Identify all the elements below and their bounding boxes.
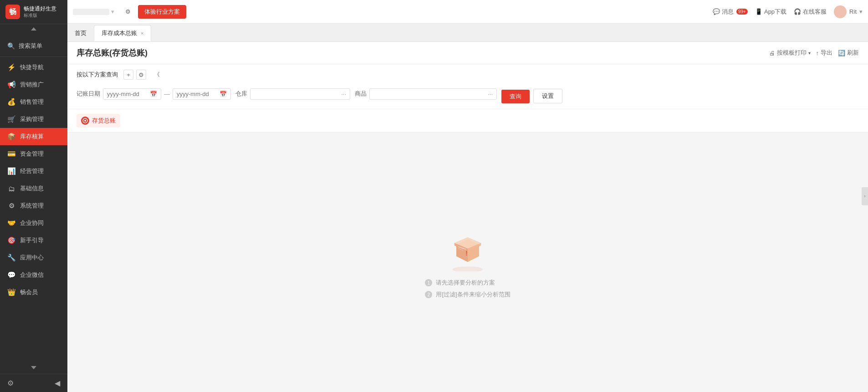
sidebar-logo: 畅 畅捷通好生意 标准版 [0,0,67,24]
product-select[interactable]: ··· [369,88,497,100]
content-wrapper: 库存总账(存货总账) 🖨 按模板打印 ▾ ↑ 导出 🔄 刷新 [67,42,868,392]
app-center-icon: 🔧 [7,254,15,262]
svg-marker-1 [31,366,36,369]
sidebar-item-cooperation[interactable]: 🤝 企业协同 [0,214,67,232]
filter-settings-btn2[interactable]: ⚙ [136,70,146,80]
message-badge: 99+ [736,9,748,15]
basic-icon: 🗂 [7,185,15,193]
app-download-btn[interactable]: 📱 App下载 [755,8,786,16]
filter-action-btns: 查询 设置 [501,89,562,103]
scheme-section: 存货总账 [67,109,868,132]
refresh-icon: 🔄 [838,50,845,56]
sidebar-item-enterprise-wechat[interactable]: 💬 企业微信 [0,266,67,284]
page-header: 库存总账(存货总账) 🖨 按模板打印 ▾ ↑ 导出 🔄 刷新 [67,42,868,64]
right-panel-collapse-btn[interactable]: › [862,187,868,205]
date-start-field[interactable] [107,91,148,97]
tab-inventory-ledger[interactable]: 库存成本总账 × [94,25,151,41]
sidebar-footer: ⚙ ◀ [0,374,67,392]
date-filter-label: 记账日期 [77,90,100,98]
sidebar-item-quick-nav[interactable]: ⚡ 快捷导航 [0,59,67,76]
avatar [834,5,847,18]
message-icon: 💬 [713,8,720,15]
sidebar-search-item[interactable]: 🔍 搜索菜单 [5,39,62,53]
online-service-btn[interactable]: 🎧 在线客服 [794,8,827,16]
sidebar-item-finance[interactable]: 💳 资金管理 [0,145,67,163]
demo-btn[interactable]: 体验行业方案 [138,5,186,19]
sidebar-item-sales[interactable]: 💰 销售管理 [0,93,67,111]
tabs-bar: 首页 库存成本总账 × [67,24,868,42]
filter-label-row: 按以下方案查询 + ⚙ 《 [77,70,859,80]
sidebar-item-basic[interactable]: 🗂 基础信息 [0,180,67,197]
inventory-icon: 📦 [7,132,15,141]
sidebar-collapse-btn[interactable]: ◀ [55,379,60,387]
filter-collapse-btn[interactable]: 《 [152,70,162,80]
date-end-field[interactable] [177,91,218,97]
empty-state: ! 1 请先选择要分析的方案 2 用[过滤]条件来缩小分析范围 [425,226,510,299]
operation-icon: 📊 [7,167,15,175]
user-dropdown-arrow[interactable]: ▾ [859,8,863,15]
online-service-icon: 🎧 [794,8,801,15]
empty-tip-1: 1 请先选择要分析的方案 [425,279,510,287]
svg-marker-0 [31,27,36,31]
sidebar-item-purchase[interactable]: 🛒 采购管理 [0,111,67,128]
export-icon: ↑ [816,50,819,56]
product-dots-icon[interactable]: ··· [488,91,493,97]
refresh-btn[interactable]: 🔄 刷新 [838,49,859,57]
main-area: ▾ ⚙ 体验行业方案 💬 消息 99+ 📱 App下载 🎧 在线客服 Rit [67,0,868,392]
tab-home[interactable]: 首页 [67,25,94,41]
system-icon: ⚙ [7,202,15,210]
svg-text:!: ! [465,249,468,257]
sidebar-item-system[interactable]: ⚙ 系统管理 [0,197,67,214]
date-start-input[interactable]: 📅 [103,88,161,100]
date-end-input[interactable]: 📅 [173,88,231,100]
calendar-start-icon[interactable]: 📅 [150,91,157,97]
query-btn[interactable]: 查询 [501,90,530,103]
sidebar-settings-btn[interactable]: ⚙ [7,379,14,387]
settings-btn[interactable]: 设置 [533,89,562,103]
product-filter-group: 商品 ··· [355,88,497,100]
scheme-item-inventory-ledger[interactable]: 存货总账 [77,114,120,127]
empty-tip-2: 2 用[过滤]条件来缩小分析范围 [425,290,510,299]
search-icon: 🔍 [7,42,15,50]
svg-point-4 [453,266,483,271]
filter-section: 按以下方案查询 + ⚙ 《 记账日期 📅 — [67,64,868,109]
user-area: Rit ▾ [834,5,863,18]
filter-label: 按以下方案查询 [77,71,118,79]
message-btn[interactable]: 💬 消息 99+ [713,8,748,16]
warehouse-dots-icon[interactable]: ··· [341,91,346,97]
newbie-icon: 🎯 [7,236,15,244]
sidebar-item-marketing[interactable]: 📢 营销推广 [0,76,67,93]
product-filter-label: 商品 [355,90,367,98]
topbar-settings-btn[interactable]: ⚙ [122,5,134,18]
topbar-right: 💬 消息 99+ 📱 App下载 🎧 在线客服 Rit ▾ [713,5,863,18]
print-chevron-icon: ▾ [808,51,811,56]
filter-add-btns: + ⚙ [123,70,146,80]
sidebar: 畅 畅捷通好生意 标准版 🔍 搜索菜单 ⚡ 快捷导航 📢 营销推广 💰 销售管理 [0,0,67,392]
date-filter-group: 记账日期 📅 — 📅 [77,88,231,100]
sidebar-scroll-down[interactable] [0,362,67,374]
sales-icon: 💰 [7,98,15,106]
breadcrumb-arrow: ▾ [111,8,114,15]
scheme-label: 存货总账 [92,117,116,125]
app-download-icon: 📱 [755,8,762,15]
export-btn[interactable]: ↑ 导出 [816,49,833,57]
empty-illustration: ! [445,226,490,271]
sidebar-item-operation[interactable]: 📊 经营管理 [0,163,67,180]
date-separator: — [164,91,170,97]
quick-nav-icon: ⚡ [7,63,15,71]
tab-close-btn[interactable]: × [141,31,143,36]
content-area: ! 1 请先选择要分析的方案 2 用[过滤]条件来缩小分析范围 [67,132,868,392]
app-logo-icon: 畅 [5,5,20,19]
warehouse-select[interactable]: ··· [250,88,350,100]
enterprise-wechat-icon: 💬 [7,271,15,279]
filter-add-btn[interactable]: + [123,70,133,80]
warehouse-filter-label: 仓库 [235,90,247,98]
sidebar-search-area: 🔍 搜索菜单 [0,36,67,57]
print-btn[interactable]: 🖨 按模板打印 ▾ [769,49,811,57]
sidebar-scroll-up[interactable] [0,24,67,36]
sidebar-item-app-center[interactable]: 🔧 应用中心 [0,249,67,266]
sidebar-item-newbie[interactable]: 🎯 新手引导 [0,232,67,249]
sidebar-item-member[interactable]: 👑 畅会员 [0,284,67,301]
calendar-end-icon[interactable]: 📅 [220,91,227,97]
sidebar-item-inventory[interactable]: 📦 库存核算 [0,128,67,145]
